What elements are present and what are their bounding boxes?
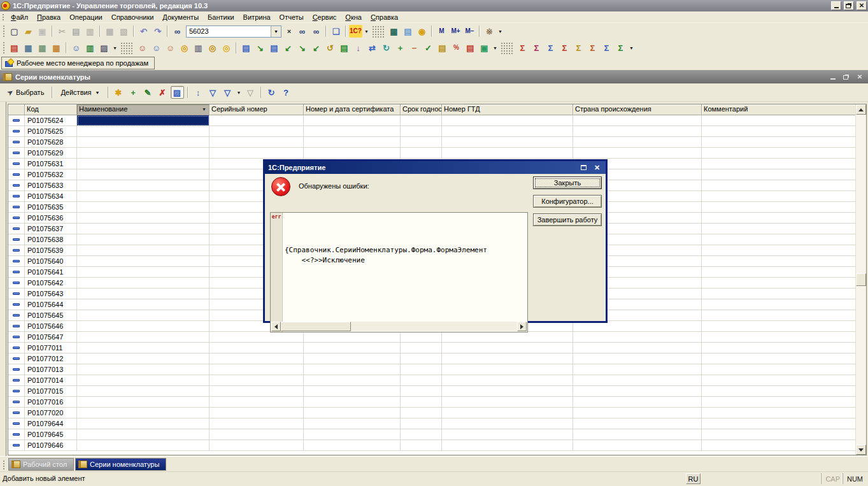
code-cell[interactable]: P01075625 bbox=[25, 126, 77, 137]
menu-item[interactable]: Отчеты bbox=[275, 12, 308, 22]
restore-button[interactable] bbox=[844, 1, 854, 10]
column-header[interactable]: Страна происхождения bbox=[573, 104, 702, 115]
certificate-cell[interactable] bbox=[304, 418, 401, 429]
comment-cell[interactable] bbox=[702, 440, 866, 451]
print-icon[interactable]: ▦ bbox=[103, 25, 117, 38]
goods-receipt-icon[interactable]: ↘ bbox=[253, 41, 267, 54]
comment-cell[interactable] bbox=[702, 213, 866, 224]
code-cell[interactable]: P01075636 bbox=[25, 213, 77, 224]
separator[interactable] bbox=[260, 87, 262, 98]
money-scales-icon[interactable]: ▥ bbox=[83, 41, 97, 54]
expiry-cell[interactable] bbox=[401, 440, 442, 451]
serial-cell[interactable] bbox=[210, 418, 304, 429]
comment-cell[interactable] bbox=[702, 245, 866, 256]
dropdown-arrow-icon[interactable]: ▼ bbox=[492, 41, 499, 54]
code-cell[interactable]: P01079644 bbox=[25, 418, 77, 429]
code-cell[interactable]: P01077020 bbox=[25, 408, 77, 418]
separator[interactable] bbox=[99, 25, 101, 37]
name-cell[interactable] bbox=[77, 299, 210, 310]
column-header[interactable]: Наименование bbox=[77, 104, 210, 115]
scrollbar-thumb[interactable] bbox=[856, 273, 866, 286]
country-cell[interactable] bbox=[573, 148, 702, 159]
code-cell[interactable]: P01075641 bbox=[25, 267, 77, 278]
report-check-icon[interactable]: Σ bbox=[614, 41, 627, 54]
name-cell[interactable] bbox=[77, 137, 210, 148]
separator[interactable] bbox=[167, 25, 168, 37]
find-icon[interactable]: ∞ bbox=[171, 25, 184, 38]
print-invoice-icon[interactable]: ▦ bbox=[50, 41, 63, 54]
calc-m-plus-icon[interactable]: М+ bbox=[449, 25, 462, 38]
code-cell[interactable]: P01075631 bbox=[25, 159, 77, 169]
dialog-button[interactable]: Закрыть bbox=[533, 176, 602, 189]
code-cell[interactable]: P01075629 bbox=[25, 148, 77, 159]
expiry-cell[interactable] bbox=[401, 115, 442, 126]
comment-cell[interactable] bbox=[702, 408, 866, 418]
column-header[interactable]: Номер ГТД bbox=[442, 104, 573, 115]
comment-cell[interactable] bbox=[702, 234, 866, 245]
table-row[interactable]: P01075625 bbox=[8, 126, 866, 137]
code-cell[interactable]: P01075642 bbox=[25, 278, 77, 289]
table-row[interactable]: P01079645 bbox=[8, 429, 866, 440]
name-cell[interactable] bbox=[77, 332, 210, 343]
name-cell[interactable] bbox=[77, 256, 210, 267]
country-cell[interactable] bbox=[573, 397, 702, 408]
gtd-cell[interactable] bbox=[442, 375, 573, 386]
undo-icon[interactable]: ↶ bbox=[137, 25, 150, 38]
name-cell[interactable] bbox=[77, 224, 210, 234]
menu-item[interactable]: Сервис bbox=[308, 12, 341, 22]
code-cell[interactable]: P01075633 bbox=[25, 180, 77, 191]
serial-cell[interactable] bbox=[210, 148, 304, 159]
counterparties-icon[interactable]: ☺ bbox=[69, 41, 83, 54]
column-header[interactable]: Номер и дата сертификата bbox=[304, 104, 401, 115]
table-row[interactable]: P01075647 bbox=[8, 332, 866, 343]
comment-cell[interactable] bbox=[702, 180, 866, 191]
name-cell[interactable] bbox=[77, 397, 210, 408]
grip[interactable] bbox=[501, 41, 514, 54]
certificate-cell[interactable] bbox=[304, 137, 401, 148]
name-cell[interactable] bbox=[77, 408, 210, 418]
gtd-cell[interactable] bbox=[442, 343, 573, 354]
separator[interactable] bbox=[52, 25, 53, 37]
hscrollbar-thumb[interactable] bbox=[281, 322, 351, 331]
certificate-cell[interactable] bbox=[304, 343, 401, 354]
customer-invoice-icon[interactable]: ▤ bbox=[267, 41, 281, 54]
goods-issue-icon[interactable]: ↙ bbox=[281, 41, 295, 54]
menu-item[interactable]: Файл bbox=[6, 12, 32, 22]
discount-doc-icon[interactable]: % bbox=[450, 41, 463, 54]
report-orders-icon[interactable]: Σ bbox=[586, 41, 599, 54]
country-cell[interactable] bbox=[573, 354, 702, 364]
menu-item[interactable]: Операции bbox=[65, 12, 106, 22]
certificate-cell[interactable] bbox=[304, 126, 401, 137]
serial-cell[interactable] bbox=[210, 137, 304, 148]
add-item-icon[interactable]: ✱ bbox=[112, 86, 125, 99]
windows-list-icon[interactable]: ❏ bbox=[329, 25, 343, 38]
calendar-icon[interactable]: ▤ bbox=[401, 25, 415, 38]
name-cell[interactable] bbox=[77, 364, 210, 375]
country-cell[interactable] bbox=[573, 386, 702, 397]
scroll-down-button[interactable] bbox=[856, 445, 866, 455]
name-cell[interactable] bbox=[77, 169, 210, 180]
comment-cell[interactable] bbox=[702, 148, 866, 159]
country-cell[interactable] bbox=[573, 364, 702, 375]
grip[interactable] bbox=[120, 41, 134, 54]
comment-cell[interactable] bbox=[702, 299, 866, 310]
code-cell[interactable]: P01077012 bbox=[25, 354, 77, 364]
gtd-cell[interactable] bbox=[442, 126, 573, 137]
calc-m-icon[interactable]: М bbox=[435, 25, 448, 38]
code-cell[interactable]: P01075643 bbox=[25, 289, 77, 299]
cash-income-icon[interactable]: + bbox=[394, 41, 407, 54]
window-close-button[interactable]: ✕ bbox=[855, 72, 865, 82]
code-cell[interactable]: P01075647 bbox=[25, 332, 77, 343]
code-cell[interactable]: P01075638 bbox=[25, 234, 77, 245]
toolbar-grip[interactable] bbox=[3, 24, 6, 38]
tools-icon[interactable]: ※ bbox=[483, 25, 496, 38]
serial-cell[interactable] bbox=[210, 429, 304, 440]
comment-cell[interactable] bbox=[702, 310, 866, 321]
toolbar-grip[interactable] bbox=[3, 41, 6, 55]
comment-cell[interactable] bbox=[702, 289, 866, 299]
scroll-right-button[interactable] bbox=[517, 322, 527, 331]
name-cell[interactable] bbox=[77, 429, 210, 440]
table-row[interactable]: P01077012 bbox=[8, 354, 866, 364]
separator[interactable] bbox=[187, 87, 189, 98]
comment-cell[interactable] bbox=[702, 321, 866, 332]
